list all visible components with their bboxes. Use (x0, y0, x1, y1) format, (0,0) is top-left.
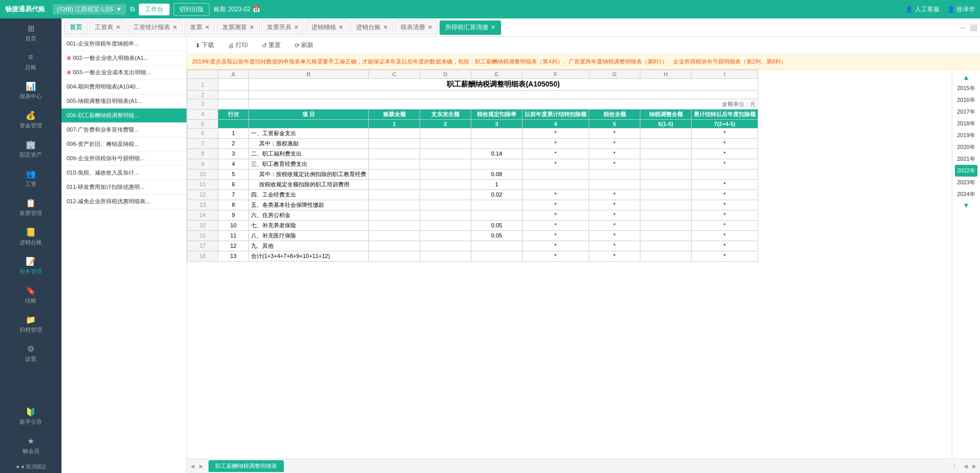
cell-e[interactable] (471, 200, 523, 210)
list-item-006[interactable]: 006-职工薪酬纳税调整明细... (61, 109, 186, 123)
copy-icon[interactable]: ⧉ (130, 5, 135, 13)
cell-f[interactable]: * (523, 128, 589, 138)
sidebar-item-member[interactable]: ★ 畅会员 (0, 431, 61, 460)
cell-c[interactable] (369, 220, 420, 230)
list-item-009[interactable]: 009-企业所得税弥补亏损明细... (61, 152, 186, 166)
cell-c[interactable] (369, 138, 420, 148)
sheet-tab-active[interactable]: 职工薪酬纳税调整明细表 (208, 460, 284, 472)
cell-a2[interactable] (218, 90, 249, 99)
cell-f[interactable]: * (523, 220, 589, 230)
cell-c[interactable] (369, 241, 420, 251)
cell-seq[interactable]: 6 (218, 179, 249, 189)
sidebar-item-sales[interactable]: 📒 进销台账 (0, 222, 61, 251)
sidebar-item-close[interactable]: 🔖 结账 (0, 281, 61, 310)
workspace-button[interactable]: 工作台 (139, 4, 170, 15)
year-up-btn[interactable]: ▲ (956, 72, 976, 82)
cell-i[interactable]: * (692, 159, 758, 169)
cell-g[interactable]: * (589, 230, 640, 241)
cell-f[interactable]: * (523, 200, 589, 210)
cell-h[interactable] (640, 251, 692, 261)
cell-h[interactable] (640, 220, 692, 230)
refresh-button[interactable]: ⟳ 刷新 (291, 39, 317, 51)
company-selector[interactable]: (勾销) 江西税宝-LSS ▼ (53, 4, 126, 15)
cell-i[interactable]: * (692, 220, 758, 230)
cell-f[interactable] (523, 169, 589, 179)
cell-label[interactable]: 按税收规定全额扣除的职工培训费用 (249, 179, 369, 189)
cell-c[interactable] (369, 251, 420, 261)
cell-e[interactable] (471, 241, 523, 251)
sidebar-item-salary[interactable]: 👥 工资 (0, 164, 61, 193)
cell-label[interactable]: 五、各类基本社会保障性缴款 (249, 200, 369, 210)
list-item-007[interactable]: 007-广告费和业务宣传费暨... (61, 123, 186, 137)
cell-label[interactable]: 其中：股权激励 (249, 138, 369, 148)
cell-e[interactable]: 0.08 (471, 169, 523, 179)
cell-h[interactable] (640, 241, 692, 251)
cell-i[interactable]: * (692, 230, 758, 241)
cell-f[interactable]: * (523, 251, 589, 261)
cell-e[interactable]: 0.14 (471, 148, 523, 159)
cell-i[interactable]: * (692, 128, 758, 138)
cell-c[interactable] (369, 128, 420, 138)
cell-d[interactable] (420, 159, 471, 169)
cell-c[interactable] (369, 200, 420, 210)
cell-seq[interactable]: 9 (218, 210, 249, 220)
sidebar-item-archive[interactable]: 📁 归档管理 (0, 310, 61, 339)
tab-close-icon[interactable]: ✕ (116, 24, 120, 31)
cell-h[interactable] (640, 210, 692, 220)
cell-h[interactable] (640, 179, 692, 189)
cell-h[interactable] (640, 189, 692, 200)
cell-label[interactable]: 六、住房公积金 (249, 210, 369, 220)
list-item-010[interactable]: 010-免税、减收收入及加计... (61, 166, 186, 180)
year-2016[interactable]: 2016年 (955, 94, 977, 106)
cell-i[interactable]: * (692, 251, 758, 261)
tab-home[interactable]: 首页 (64, 20, 88, 35)
cell-g[interactable]: * (589, 189, 640, 200)
cell-d[interactable] (420, 251, 471, 261)
cell-label[interactable]: 合计(1+3+4+7+8+9+10+11+12) (249, 251, 369, 261)
cell-d[interactable] (420, 169, 471, 179)
cancel-fixed-btn[interactable]: ◄◄ 取消固定 (15, 464, 47, 469)
cell-g[interactable]: * (589, 210, 640, 220)
list-item-003[interactable]: ⊗003-一般企业业成本支出明细... (61, 66, 186, 80)
cell-e[interactable]: 0.02 (471, 189, 523, 200)
cell-h[interactable] (640, 230, 692, 241)
cutover-button[interactable]: 切到旧版 (174, 3, 210, 16)
cell-c[interactable] (369, 210, 420, 220)
human-service-link[interactable]: 👤 人工客服 (905, 5, 939, 14)
tab-close-icon[interactable]: ✕ (428, 24, 432, 31)
cell-d[interactable] (420, 210, 471, 220)
tab-close-icon[interactable]: ✕ (205, 24, 210, 31)
cell-label[interactable]: 一、工资薪金支出 (249, 128, 369, 138)
cell-e[interactable] (471, 210, 523, 220)
cell-i[interactable]: * (692, 179, 758, 189)
calendar-icon[interactable]: 📅 (253, 6, 260, 13)
cell-e[interactable]: 0.05 (471, 230, 523, 241)
cell-seq[interactable]: 10 (218, 220, 249, 230)
cell-seq[interactable]: 1 (218, 128, 249, 138)
year-down-btn[interactable]: ▼ (956, 200, 976, 210)
scroll-left-btn[interactable]: ◄ (190, 463, 196, 470)
tab-close-icon[interactable]: ✕ (491, 24, 495, 31)
sidebar-item-funds[interactable]: 💰 资金管理 (0, 105, 61, 135)
cell-seq[interactable]: 12 (218, 241, 249, 251)
cell-f[interactable]: * (523, 148, 589, 159)
cell-label[interactable]: 三、职工教育经费支出 (249, 159, 369, 169)
cell-a1[interactable] (218, 78, 249, 90)
tab-menu-icon[interactable]: ⋮ (951, 463, 957, 470)
cell-e[interactable] (471, 159, 523, 169)
cell-f[interactable]: * (523, 138, 589, 148)
tab-invoice[interactable]: 发票 ✕ (184, 20, 215, 35)
tab-close-icon[interactable]: ✕ (383, 24, 388, 31)
tab-audit[interactable]: 进销稽核 ✕ (306, 20, 349, 35)
cell-g[interactable]: * (589, 200, 640, 210)
cell-c[interactable] (369, 179, 420, 189)
cell-seq[interactable]: 2 (218, 138, 249, 148)
cell-i[interactable]: * (692, 200, 758, 210)
cell-i[interactable]: * (692, 210, 758, 220)
cell-d[interactable] (420, 128, 471, 138)
tab-income-tax[interactable]: 所得税汇算清缴 ✕ (440, 20, 501, 35)
cell-f[interactable]: * (523, 189, 589, 200)
sidebar-item-assets[interactable]: 🏢 固定资产 (0, 135, 61, 164)
year-2017[interactable]: 2017年 (955, 106, 977, 118)
cell-d[interactable] (420, 148, 471, 159)
